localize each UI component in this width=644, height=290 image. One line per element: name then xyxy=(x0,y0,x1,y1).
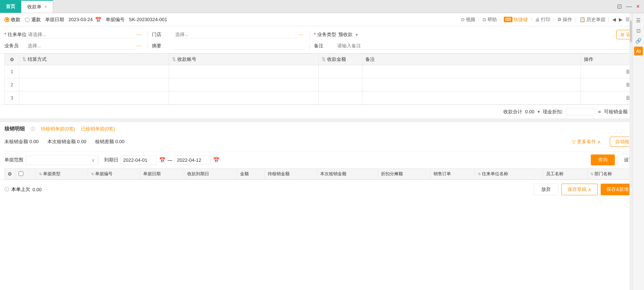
sidebar-icon-1[interactable]: ☰ xyxy=(634,16,643,25)
bottom-col-pending: 待核销金额 xyxy=(265,169,317,180)
equals-sign: = xyxy=(598,109,601,114)
right-sidebar: ☰ ⊡ 🔗 Ai xyxy=(632,13,644,290)
bottom-col-doc-num: ⇅ 单据编号 xyxy=(88,169,140,180)
toolbar-date-field: 单据日期 2023-03-24 📅 xyxy=(45,16,101,23)
remark-field: 备注 xyxy=(314,42,640,50)
bottom-col-counterpart: ⇅ 往来单位名称 xyxy=(475,169,543,180)
window-restore-icon[interactable]: ⊡ xyxy=(616,2,623,11)
tab-receipt[interactable]: 收款单 × xyxy=(21,0,53,13)
operation-icon: ⚙ xyxy=(557,17,562,22)
abandon-button[interactable]: 放弃 xyxy=(534,184,558,195)
amount-sort-icon: ⇅ xyxy=(322,56,326,62)
date-from-icon[interactable]: 📅 xyxy=(159,157,165,163)
save-draft-button[interactable]: 保存草稿 ∧ xyxy=(561,184,598,195)
tab-home[interactable]: 首页 xyxy=(0,0,21,13)
video-btn[interactable]: ⊙ 视频 xyxy=(461,16,475,23)
counterpart-input[interactable] xyxy=(27,31,135,38)
operation-btn[interactable]: ⚙ 操作 xyxy=(557,16,572,23)
verify-label: 可核销金额 xyxy=(604,109,628,115)
date-to-icon[interactable]: 📅 xyxy=(213,157,219,163)
sidebar-icon-3[interactable]: 🔗 xyxy=(634,36,643,45)
range-filter-select[interactable]: ∨ xyxy=(25,156,98,165)
video-icon: ⊙ xyxy=(461,17,465,22)
counterpart-field: 往来单位 ··· xyxy=(4,31,143,38)
select-all-checkbox[interactable] xyxy=(19,171,23,176)
summary-field: 摘要 xyxy=(152,42,305,50)
footer-info-icon[interactable]: ⓘ xyxy=(4,186,9,193)
history-btn[interactable]: 📋 历史单据 xyxy=(580,16,605,23)
bottom-table: ⚙ ⇅ 单据类型 ⇅ 单据编号 单据日期 xyxy=(4,168,640,180)
scrollbar-thumb[interactable] xyxy=(630,20,632,42)
window-minimize-icon[interactable]: — xyxy=(625,3,633,11)
window-close-icon[interactable]: × xyxy=(635,3,641,11)
separator-4 xyxy=(309,42,310,50)
tab-receipt-close[interactable]: × xyxy=(44,4,47,9)
verification-section: 核销明细 ⓘ 待核销单据(0笔) 已核销单据(0笔) 未核销金额 0.00 本次… xyxy=(0,122,644,180)
table-gear-header[interactable]: ⚙ xyxy=(5,54,19,65)
verification-info-icon[interactable]: ⓘ xyxy=(31,126,35,132)
radio-refund[interactable]: 退款 xyxy=(25,16,41,23)
table-row: 1 🗑 ⧉ xyxy=(5,65,640,78)
form-area: 往来单位 ··· 门店 ··· 业务类型 预收款 ▾ xyxy=(0,26,644,54)
bottom-col-discount: 折扣分摊额 xyxy=(378,169,430,180)
nav-right-icon[interactable]: ▶ xyxy=(619,17,623,22)
print-btn[interactable]: 🖨 打印 xyxy=(535,16,550,23)
settings-gear-icon: ⚙ xyxy=(620,32,625,38)
table-row: 3 🗑 ⧉ xyxy=(5,91,640,105)
scrollbar[interactable] xyxy=(629,13,632,290)
staff-input[interactable] xyxy=(26,42,135,50)
remark-label: 备注 xyxy=(314,43,336,49)
footer: ⓘ 本单上欠 0.00 放弃 保存草稿 ∧ 保存&新增 ∧ xyxy=(0,180,644,199)
separator-3 xyxy=(147,42,148,50)
pending-tab[interactable]: 待核销单据(0笔) xyxy=(41,126,75,132)
section-divider xyxy=(0,118,644,122)
nav-left-icon[interactable]: ◀ xyxy=(612,17,616,22)
toolbar-right: ⊙ 视频 | ⊙ 帮助 | ⌨ 快捷键 | 🖨 打印 | xyxy=(461,16,640,23)
gear-bottom-icon[interactable]: ⚙ xyxy=(8,171,12,177)
form-row-2: 业务员 ··· 摘要 备注 xyxy=(4,42,640,50)
radio-refund-label: 退款 xyxy=(31,16,41,23)
main-table-section: ⚙ ⇅ 结算方式 ⇅ 收款账号 ⇅ 收款金额 xyxy=(0,54,644,105)
staff-label: 业务员 xyxy=(4,43,26,49)
main-table: ⚙ ⇅ 结算方式 ⇅ 收款账号 ⇅ 收款金额 xyxy=(4,54,640,105)
radio-receipt[interactable]: 收款 xyxy=(4,16,20,23)
summary-input[interactable] xyxy=(174,42,305,50)
store-more-icon[interactable]: ··· xyxy=(297,31,305,38)
business-type-arrow-icon[interactable]: ▾ xyxy=(356,32,358,38)
done-tab[interactable]: 已核销单据(0笔) xyxy=(81,126,115,132)
sidebar-icon-ai[interactable]: Ai xyxy=(634,47,643,55)
date-calendar-icon[interactable]: 📅 xyxy=(95,17,101,23)
sidebar-icon-2[interactable]: ⊡ xyxy=(634,26,643,35)
business-type-value: 预收款 xyxy=(338,31,353,38)
col-account: ⇅ 收款账号 xyxy=(169,54,319,65)
current-value: 0.00 xyxy=(77,139,86,144)
settlement-sort-icon: ⇅ xyxy=(22,56,26,62)
shortcut-icon: ⌨ xyxy=(504,17,513,22)
staff-more-icon[interactable]: ··· xyxy=(135,43,143,49)
account-sort-icon: ⇅ xyxy=(172,56,176,62)
bottom-col-current: 本次核销金额 xyxy=(317,169,378,180)
col-remark: 备注 xyxy=(362,54,581,65)
date-to-input[interactable] xyxy=(174,156,211,165)
shortcut-btn[interactable]: ⌨ 快捷键 xyxy=(504,16,528,23)
counterpart-more-icon[interactable]: ··· xyxy=(135,31,143,38)
more-conditions-btn[interactable]: ▽ 更多条件 ∧ xyxy=(572,138,601,145)
store-input[interactable] xyxy=(174,31,297,38)
col-settlement: ⇅ 结算方式 xyxy=(19,54,169,65)
verification-header: 核销明细 ⓘ 待核销单据(0笔) 已核销单据(0笔) xyxy=(4,126,640,132)
plus-sign: + xyxy=(537,109,540,114)
form-row-1: 往来单位 ··· 门店 ··· 业务类型 预收款 ▾ xyxy=(4,30,640,39)
range-filter-field: 单据范围 ∨ xyxy=(4,156,98,165)
tab-bar-window-controls: ⊡ — × xyxy=(616,2,644,11)
date-from-input[interactable] xyxy=(121,156,157,165)
query-button[interactable]: 查询 xyxy=(591,154,615,165)
radio-refund-circle xyxy=(25,17,30,22)
table-row: 2 🗑 ⧉ xyxy=(5,78,640,91)
help-btn[interactable]: ⊙ 帮助 xyxy=(482,16,497,23)
discount-input[interactable] xyxy=(566,108,595,115)
main-content: 收款 退款 单据日期 2023-03-24 📅 单据编号 SK-20230324… xyxy=(0,13,644,290)
save-draft-arrow-icon[interactable]: ∧ xyxy=(588,187,592,192)
tab-home-label: 首页 xyxy=(6,3,15,10)
remark-input[interactable] xyxy=(336,42,640,50)
toolbar: 收款 退款 单据日期 2023-03-24 📅 单据编号 SK-20230324… xyxy=(0,13,644,26)
